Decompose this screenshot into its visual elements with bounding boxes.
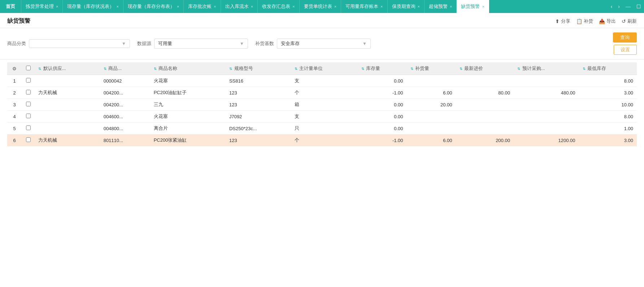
close-shortage-icon[interactable]: × (482, 4, 484, 9)
table-row: 3 004200... 三九 123 箱 0.00 20.00 10.00 (7, 99, 637, 111)
tab-inout-flow[interactable]: 出入库流水 × (221, 0, 258, 13)
row-latest-price-2: 80.00 (456, 87, 514, 99)
row-replenish-qty-3: 20.00 (407, 99, 456, 111)
row-spec-1: SS816 (226, 75, 291, 87)
row-goods-code-2: 004200... (100, 87, 150, 99)
table-row: 6 力天机械 801110... PC200张紧油缸 123 个 -1.00 6… (7, 134, 637, 146)
refresh-button[interactable]: ↺ 刷新 (622, 18, 637, 25)
row-checkbox-4[interactable] (22, 111, 35, 123)
datasource-select-arrow-icon: ▼ (240, 41, 244, 46)
tab-receive-summary[interactable]: 收发存汇总表 × (258, 0, 299, 13)
table-header-row: ⚙ ⇅ 默认供应... ⇅ 商品... ⇅ 商品名称 (7, 62, 637, 75)
export-button[interactable]: 📤 导出 (599, 18, 616, 25)
table-row: 2 力天机械 004200... PC200油缸缸子 123 个 -1.00 6… (7, 87, 637, 99)
close-expiry-query-icon[interactable]: × (418, 4, 420, 9)
row-goods-code-4: 004600... (100, 111, 150, 123)
row-no-6: 6 (7, 134, 22, 146)
tab-available-ledger[interactable]: 可用量库存账本 × (341, 0, 387, 13)
row-min-stock-1: 8.00 (579, 75, 637, 87)
tab-batch-account[interactable]: 库存批次账 × (184, 0, 221, 13)
latest-price-column-header[interactable]: ⇅ 最新进价 (456, 62, 514, 75)
row-unit-4: 支 (291, 111, 358, 123)
close-inout-flow-icon[interactable]: × (251, 4, 253, 9)
tab-minimize-button[interactable]: — (623, 0, 634, 13)
row-spec-5: DS250*23c... (226, 123, 291, 134)
row-goods-name-3: 三九 (150, 99, 226, 111)
row-goods-code-3: 004200... (100, 99, 150, 111)
stock-column-header[interactable]: ⇅ 库存量 (358, 62, 407, 75)
tab-inventory-dist[interactable]: 现存量（库存分布表） × (123, 0, 184, 13)
tab-nav-buttons: ‹ › — ☐ (608, 0, 644, 13)
tab-home[interactable]: 首页 (0, 0, 21, 13)
row-no-5: 5 (7, 123, 22, 134)
row-stock-5: 0.00 (358, 123, 407, 134)
tab-maximize-button[interactable]: ☐ (634, 0, 644, 13)
settings-column-header[interactable]: ⚙ (7, 62, 22, 75)
row-checkbox-6[interactable] (22, 134, 35, 146)
goods-name-sort-icon: ⇅ (154, 67, 157, 71)
close-demand-stats-icon[interactable]: × (334, 4, 336, 9)
checkbox-column-header[interactable] (22, 62, 35, 75)
row-checkbox-5[interactable] (22, 123, 35, 134)
category-filter-group: 商品分类 ▼ (7, 39, 130, 48)
tab-shortage[interactable]: 缺货预警 × (457, 0, 489, 13)
category-label: 商品分类 (7, 40, 26, 47)
row-unit-1: 支 (291, 75, 358, 87)
replenish-base-select[interactable]: 安全库存 ▼ (277, 39, 371, 49)
tab-overstock[interactable]: 超储预警 × (425, 0, 457, 13)
spec-column-header[interactable]: ⇅ 规格型号 (226, 62, 291, 75)
close-available-ledger-icon[interactable]: × (380, 4, 383, 9)
settings-button[interactable]: 设置 (614, 45, 637, 55)
category-select[interactable]: ▼ (29, 39, 130, 48)
row-goods-name-1: 火花塞 (150, 75, 226, 87)
replenish-qty-column-header[interactable]: ⇅ 补货量 (407, 62, 456, 75)
page-title: 缺货预警 (7, 17, 30, 25)
tab-inventory-status[interactable]: 现存量（库存状况表） × (63, 0, 123, 13)
estimated-purchase-sort-icon: ⇅ (517, 67, 520, 71)
min-stock-column-header[interactable]: ⇅ 最低库存 (579, 62, 637, 75)
close-abnormal-icon[interactable]: × (56, 4, 58, 9)
tab-scroll-left-button[interactable]: ‹ (608, 0, 615, 13)
table-row: 5 004800... 离合片 DS250*23c... 只 0.00 1.00 (7, 123, 637, 134)
row-checkbox-1[interactable] (22, 75, 35, 87)
page-header: 缺货预警 ⬆ 分享 📋 补货 📤 导出 ↺ 刷新 (0, 13, 644, 28)
data-table: ⚙ ⇅ 默认供应... ⇅ 商品... ⇅ 商品名称 (7, 62, 637, 146)
replenish-base-label: 补货基数 (255, 40, 274, 47)
page-content: 缺货预警 ⬆ 分享 📋 补货 📤 导出 ↺ 刷新 商品分类 (0, 13, 644, 287)
export-icon: 📤 (599, 18, 605, 24)
goods-code-column-header[interactable]: ⇅ 商品... (100, 62, 150, 75)
row-replenish-qty-1 (407, 75, 456, 87)
goods-name-column-header[interactable]: ⇅ 商品名称 (150, 62, 226, 75)
tab-abnormal[interactable]: 拣货异常处理 × (21, 0, 63, 13)
unit-column-header[interactable]: ⇅ 主计量单位 (291, 62, 358, 75)
close-receive-summary-icon[interactable]: × (292, 4, 295, 9)
row-latest-price-4 (456, 111, 514, 123)
filter-button-group: 查询 设置 (613, 32, 637, 55)
row-checkbox-2[interactable] (22, 87, 35, 99)
query-button[interactable]: 查询 (613, 32, 637, 43)
row-checkbox-3[interactable] (22, 99, 35, 111)
row-unit-5: 只 (291, 123, 358, 134)
close-inventory-status-icon[interactable]: × (116, 4, 118, 9)
tab-expiry-query[interactable]: 保质期查询 × (388, 0, 425, 13)
close-batch-account-icon[interactable]: × (214, 4, 216, 9)
replenish-button[interactable]: 📋 补货 (576, 18, 593, 25)
supplier-column-header[interactable]: ⇅ 默认供应... (35, 62, 100, 75)
close-inventory-dist-icon[interactable]: × (177, 4, 179, 9)
row-goods-name-2: PC200油缸缸子 (150, 87, 226, 99)
share-button[interactable]: ⬆ 分享 (555, 18, 570, 25)
close-overstock-icon[interactable]: × (450, 4, 452, 9)
select-all-checkbox[interactable] (26, 66, 31, 70)
datasource-select[interactable]: 可用量 ▼ (154, 39, 248, 49)
row-estimated-purchase-3 (514, 99, 579, 111)
row-min-stock-5: 1.00 (579, 123, 637, 134)
row-unit-2: 个 (291, 87, 358, 99)
row-stock-4: 0.00 (358, 111, 407, 123)
tab-scroll-right-button[interactable]: › (615, 0, 623, 13)
row-stock-6: -1.00 (358, 134, 407, 146)
row-spec-6: 123 (226, 134, 291, 146)
estimated-purchase-column-header[interactable]: ⇅ 预计采购... (514, 62, 579, 75)
tab-demand-stats[interactable]: 要货单统计表 × (300, 0, 341, 13)
unit-sort-icon: ⇅ (295, 67, 297, 71)
table-body: 1 0000042 火花塞 SS816 支 0.00 8.00 2 力天机械 0… (7, 75, 637, 146)
